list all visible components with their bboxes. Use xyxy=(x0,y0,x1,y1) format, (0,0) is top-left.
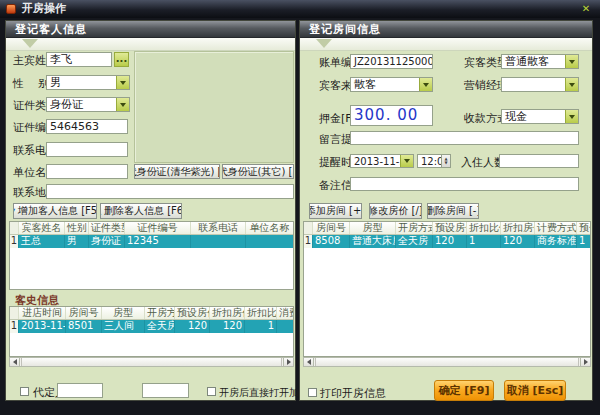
spinner-icon[interactable]: ▲ ▼ xyxy=(441,155,450,167)
scroll-right-icon[interactable] xyxy=(580,358,590,366)
cell-preset-price: 120 xyxy=(433,235,467,248)
title-bar[interactable]: 开房操作 ✕ xyxy=(0,0,600,18)
col-preset-price[interactable]: 预设房价 xyxy=(433,222,467,234)
guest-type-select[interactable]: 普通散客 xyxy=(501,54,579,69)
row-number: 1 xyxy=(304,235,313,248)
cell-consume xyxy=(277,320,293,333)
col-discount-price[interactable]: 折扣房价 xyxy=(501,222,535,234)
col-id-no[interactable]: 证件编号 xyxy=(125,222,191,234)
cancel-button[interactable]: 取消 [Esc] xyxy=(504,380,566,401)
spinner-down-icon: ▼ xyxy=(444,161,447,165)
id-card-reader-thunis-button[interactable]: 二代身份证(清华紫光) [F2] xyxy=(134,164,220,179)
agent-input[interactable] xyxy=(57,383,103,398)
guest-table-header: 宾客姓名 性别 证件类型 证件编号 联系电话 单位名称 xyxy=(10,222,293,235)
scrollbar-thumb[interactable] xyxy=(315,358,579,366)
occupants-input[interactable] xyxy=(499,154,579,168)
delete-guest-button[interactable]: ▲ 删除客人信息 [F6] xyxy=(100,203,182,219)
pointer-triangle-icon xyxy=(316,39,332,48)
name-browse-button[interactable]: ... xyxy=(114,52,129,67)
chevron-down-icon[interactable] xyxy=(116,98,129,111)
add-guest-icon: ▼ xyxy=(13,207,15,216)
id-type-select[interactable]: 身份证 xyxy=(46,97,130,112)
cell-checkin-time: 2013-11-25 xyxy=(19,320,66,333)
room-panel-pointer-strip xyxy=(300,38,592,51)
phone-input[interactable] xyxy=(46,142,128,157)
id-photo-panel xyxy=(134,51,294,163)
cell-room-no: 8508 xyxy=(313,235,350,248)
close-icon[interactable]: ✕ xyxy=(579,2,593,16)
chevron-down-icon[interactable] xyxy=(419,78,432,91)
col-checkin-time[interactable]: 进店时间 xyxy=(19,307,66,319)
gender-value: 男 xyxy=(50,76,61,89)
message-input[interactable] xyxy=(350,131,579,145)
col-room-no[interactable]: 房间号 xyxy=(66,307,102,319)
cell-id-type: 身份证 xyxy=(89,235,125,248)
history-horizontal-scrollbar[interactable] xyxy=(9,357,294,367)
company-input[interactable] xyxy=(46,164,128,179)
payment-method-select[interactable]: 现金 xyxy=(501,109,579,124)
row-number: 1 xyxy=(10,235,19,248)
gender-select[interactable]: 男 xyxy=(46,75,130,90)
scroll-right-icon[interactable] xyxy=(283,358,293,366)
col-billing-method[interactable]: 计费方式 xyxy=(535,222,577,234)
id-card-reader-other-button[interactable]: 二代身份证(其它) [F3] xyxy=(222,164,294,179)
col-discount-ratio[interactable]: 折扣比例 xyxy=(467,222,501,234)
print-checkbox[interactable] xyxy=(308,388,317,397)
delete-guest-icon: ▲ xyxy=(100,207,101,216)
cell-room-type: 三人间 xyxy=(102,320,145,333)
cell-room-type: 普通大床房 xyxy=(350,235,396,248)
room-table-row[interactable]: 1 8508 普通大床房 全天房 120 1 120 商务标准 1 xyxy=(304,235,590,248)
pointer-triangle-icon xyxy=(22,39,38,48)
deposit-input[interactable]: 300. 00 xyxy=(350,105,433,126)
remark-input[interactable] xyxy=(350,177,579,191)
chevron-down-icon[interactable] xyxy=(116,76,129,89)
col-discount-price[interactable]: 折扣房价 xyxy=(210,307,245,319)
modify-price-button[interactable]: 修改房价 [/] xyxy=(369,203,422,219)
col-preset-price[interactable]: 预设房价 xyxy=(175,307,210,319)
id-no-input[interactable]: 5464563 xyxy=(46,119,128,134)
name-input[interactable]: 李飞 xyxy=(46,52,112,67)
row-selector-header xyxy=(10,307,19,319)
col-stay-days[interactable]: 预住天 xyxy=(577,222,590,234)
scroll-left-icon[interactable] xyxy=(10,358,20,366)
guest-panel-pointer-strip xyxy=(6,38,295,51)
guest-table-row[interactable]: 1 王总 男 身份证 12345 xyxy=(10,235,293,248)
col-phone[interactable]: 联系电话 xyxy=(191,222,246,234)
chevron-down-icon[interactable] xyxy=(565,55,578,68)
chevron-down-icon[interactable] xyxy=(565,110,578,123)
history-table-row[interactable]: 1 2013-11-25 8501 三人间 全天房 120 120 1 xyxy=(10,320,293,333)
remind-date-select[interactable]: 2013-11-26 xyxy=(350,154,414,168)
col-open-mode[interactable]: 开房方式 xyxy=(396,222,433,234)
open-add-order-checkbox[interactable] xyxy=(207,387,216,396)
gender-label: 性 别 xyxy=(13,77,49,90)
room-horizontal-scrollbar[interactable] xyxy=(303,357,591,367)
col-id-type[interactable]: 证件类型 xyxy=(89,222,125,234)
col-open-mode[interactable]: 开房方式 xyxy=(145,307,175,319)
col-room-type[interactable]: 房型 xyxy=(102,307,145,319)
col-room-no[interactable]: 房间号 xyxy=(313,222,350,234)
confirm-button[interactable]: 确定 [F9] xyxy=(434,380,494,401)
col-guest-name[interactable]: 宾客姓名 xyxy=(19,222,65,234)
scrollbar-thumb[interactable] xyxy=(21,358,282,366)
col-gender[interactable]: 性别 xyxy=(65,222,89,234)
bill-no-input[interactable]: JZ201311250003 xyxy=(350,54,433,69)
col-consume[interactable]: 消费 xyxy=(277,307,293,319)
cell-open-mode: 全天房 xyxy=(145,320,175,333)
add-room-button[interactable]: 添加房间 [+] xyxy=(309,203,362,219)
guest-source-select[interactable]: 散客 xyxy=(350,77,433,92)
remind-clock-spinner[interactable]: 12:00 ▲ ▼ xyxy=(417,154,451,168)
scroll-left-icon[interactable] xyxy=(304,358,314,366)
chevron-down-icon[interactable] xyxy=(565,78,578,91)
guest-panel-title: 登记客人信息 xyxy=(6,21,295,38)
agent-checkbox[interactable] xyxy=(20,387,29,396)
sales-manager-select[interactable] xyxy=(501,77,579,92)
col-discount-ratio[interactable]: 折扣比例 xyxy=(245,307,277,319)
room-info-panel: 登记房间信息 账单编号 JZ201311250003 宾客类型 普通散客 宾客来… xyxy=(299,20,593,401)
col-room-type[interactable]: 房型 xyxy=(350,222,396,234)
add-guest-button[interactable]: ▼ 增加客人信息 [F5] xyxy=(13,203,97,219)
delete-room-button[interactable]: 删除房间 [-] xyxy=(427,203,479,219)
chevron-down-icon[interactable] xyxy=(400,155,413,167)
agent-extra-input[interactable] xyxy=(142,383,189,398)
address-input[interactable] xyxy=(46,184,294,199)
col-company[interactable]: 单位名称 xyxy=(246,222,293,234)
